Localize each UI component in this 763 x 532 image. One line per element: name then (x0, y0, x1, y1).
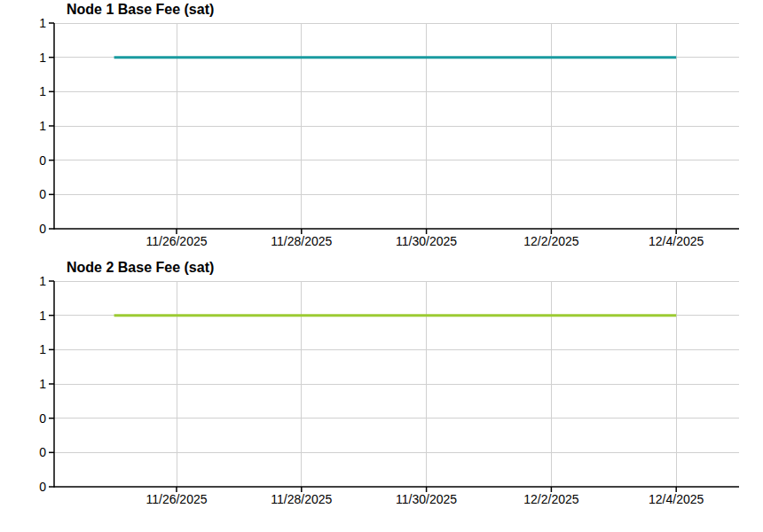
y-tick-label: 0 (39, 411, 46, 426)
x-tick-label: 12/4/2025 (649, 492, 704, 506)
y-tick-label: 1 (39, 377, 46, 391)
x-tick-label: 11/26/2025 (146, 234, 207, 248)
x-tick-label: 12/2/2025 (523, 234, 578, 248)
node-2-base-fee-chart: Node 2 Base Fee (sat) 111100011/26/20251… (0, 258, 763, 524)
node-2-chart-title: Node 2 Base Fee (sat) (67, 260, 214, 276)
node-1-chart-title: Node 1 Base Fee (sat) (67, 2, 214, 18)
y-tick-label: 0 (39, 187, 46, 201)
y-tick-label: 1 (39, 51, 46, 65)
x-tick-label: 11/28/2025 (271, 234, 332, 248)
y-tick-label: 1 (39, 16, 46, 30)
x-tick-label: 11/28/2025 (271, 492, 332, 506)
y-tick-label: 1 (39, 309, 46, 323)
y-tick-label: 1 (39, 119, 46, 133)
y-tick-label: 0 (39, 480, 46, 494)
base-fee-dashboard: Node 1 Base Fee (sat) 111100011/26/20251… (0, 0, 763, 532)
y-tick-label: 0 (39, 445, 46, 459)
y-tick-label: 0 (39, 222, 46, 236)
x-tick-label: 11/26/2025 (146, 492, 207, 506)
y-tick-label: 1 (39, 342, 46, 356)
node-1-base-fee-chart: Node 1 Base Fee (sat) 111100011/26/20251… (0, 0, 763, 266)
y-tick-label: 1 (39, 274, 46, 288)
node-1-base-fee-plot: 111100011/26/202511/28/202511/30/202512/… (0, 0, 763, 266)
y-tick-label: 0 (39, 153, 46, 168)
x-tick-label: 12/2/2025 (523, 492, 578, 506)
x-tick-label: 11/30/2025 (396, 492, 457, 506)
node-2-base-fee-plot: 111100011/26/202511/28/202511/30/202512/… (0, 258, 763, 524)
y-tick-label: 1 (39, 84, 46, 98)
x-tick-label: 11/30/2025 (396, 234, 457, 248)
x-tick-label: 12/4/2025 (649, 234, 704, 248)
